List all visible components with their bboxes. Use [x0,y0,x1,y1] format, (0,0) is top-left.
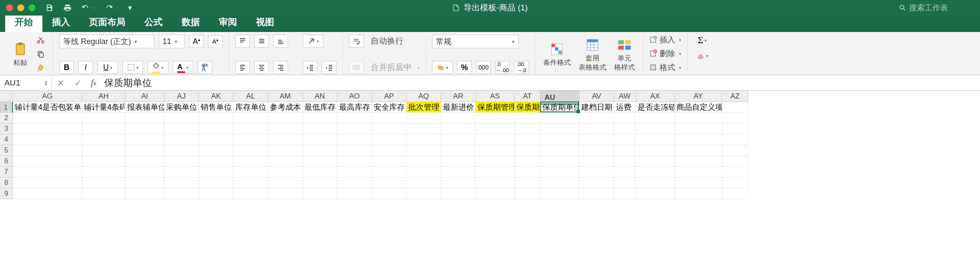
cell-AM1[interactable]: 参考成本 [268,102,303,113]
cell-AM2[interactable] [268,113,303,124]
cell-AX8[interactable] [636,178,675,188]
search-input[interactable] [909,3,974,13]
cell-AK8[interactable] [199,178,234,188]
currency-button[interactable]: ▾ [432,61,453,74]
insert-cells-button[interactable]: 插入▾ [649,35,681,45]
cell-AJ3[interactable] [164,124,199,134]
column-header-AK[interactable]: AK [199,91,234,102]
spreadsheet-grid[interactable]: AGAHAIAJAKALAMANAOAPAQARASATAUAVAWAXAYAZ… [0,91,980,267]
cell-AQ8[interactable] [407,178,441,188]
cell-AI2[interactable] [125,113,164,124]
column-header-AI[interactable]: AI [125,91,164,102]
cell-AP2[interactable] [372,113,407,124]
cell-AU6[interactable] [541,156,580,167]
minimize-window-button[interactable] [17,4,24,11]
cell-AL2[interactable] [234,113,268,124]
cell-AL4[interactable] [234,134,268,145]
close-window-button[interactable] [6,4,13,11]
cell-AI3[interactable] [125,124,164,134]
cell-AU9[interactable] [541,188,580,199]
cell-AY5[interactable] [675,145,722,156]
cell-AG8[interactable] [13,178,82,188]
cell-AT6[interactable] [515,156,541,167]
enter-formula-button[interactable]: ✓ [69,78,86,88]
cell-AZ1[interactable] [722,102,748,113]
column-header-AP[interactable]: AP [372,91,407,102]
cell-AR8[interactable] [441,178,476,188]
cell-AH2[interactable] [82,113,125,124]
paste-button[interactable]: 粘贴 [10,41,30,67]
align-middle-button[interactable] [254,35,269,48]
cell-AT4[interactable] [515,134,541,145]
column-header-AR[interactable]: AR [441,91,476,102]
row-header-8[interactable]: 8 [0,178,13,188]
copy-button[interactable] [35,48,47,60]
cell-AH4[interactable] [82,134,125,145]
cell-AO3[interactable] [337,124,372,134]
cell-AP7[interactable] [372,167,407,178]
underline-button[interactable]: U▾ [97,61,118,74]
cell-AX6[interactable] [636,156,675,167]
italic-button[interactable]: I [78,61,93,74]
cell-AT9[interactable] [515,188,541,199]
cell-AM8[interactable] [268,178,303,188]
fx-icon[interactable]: fx [86,77,101,88]
cell-AK2[interactable] [199,113,234,124]
cell-AP4[interactable] [372,134,407,145]
decrease-font-button[interactable]: A▾ [208,35,223,48]
cell-AO5[interactable] [337,145,372,156]
cell-AW8[interactable] [614,178,636,188]
cell-AX2[interactable] [636,113,675,124]
row-header-2[interactable]: 2 [0,113,13,124]
cell-AQ5[interactable] [407,145,441,156]
cell-AH9[interactable] [82,188,125,199]
align-left-button[interactable] [235,61,250,74]
cell-AG7[interactable] [13,167,82,178]
cell-AN6[interactable] [303,156,337,167]
cell-AO7[interactable] [337,167,372,178]
cell-AU2[interactable] [541,113,580,124]
cell-AR2[interactable] [441,113,476,124]
bold-button[interactable]: B [59,61,74,74]
cell-AT7[interactable] [515,167,541,178]
conditional-format-button[interactable]: 条件格式 [541,41,573,67]
fill-color-button[interactable]: ▾ [147,61,168,74]
cell-AY6[interactable] [675,156,722,167]
cell-AH6[interactable] [82,156,125,167]
cell-AT5[interactable] [515,145,541,156]
align-right-button[interactable] [273,61,288,74]
cell-AG6[interactable] [13,156,82,167]
save-button[interactable] [45,3,54,12]
cell-AS1[interactable]: 保质期管理 [476,102,515,113]
cell-AK9[interactable] [199,188,234,199]
select-all-corner[interactable] [0,91,13,102]
cell-grid[interactable]: 辅计量4是否包装单位辅计量4条码报表辅单位采购单位销售单位库存单位参考成本最低库… [13,102,748,199]
increase-decimal-button[interactable]: .0←.00 [495,61,510,74]
cell-AV6[interactable] [580,156,614,167]
cell-AQ1[interactable]: 批次管理 [407,102,441,113]
column-header-AQ[interactable]: AQ [407,91,441,102]
font-name-select[interactable]: 等线 Regular (正文)▾ [59,35,154,48]
row-header-3[interactable]: 3 [0,124,13,134]
cell-AY3[interactable] [675,124,722,134]
cell-AS9[interactable] [476,188,515,199]
cell-AK5[interactable] [199,145,234,156]
column-header-AO[interactable]: AO [337,91,372,102]
cell-AK3[interactable] [199,124,234,134]
column-header-AJ[interactable]: AJ [164,91,199,102]
qat-customize-button[interactable]: ▾ [128,3,132,13]
cell-AY1[interactable]: 商品自定义项 [675,102,722,113]
cell-AM7[interactable] [268,167,303,178]
cell-AI1[interactable]: 报表辅单位 [125,102,164,113]
cell-AQ2[interactable] [407,113,441,124]
cell-AP1[interactable]: 安全库存 [372,102,407,113]
column-header-AX[interactable]: AX [636,91,675,102]
print-button[interactable] [63,3,72,12]
cell-AJ9[interactable] [164,188,199,199]
decrease-indent-button[interactable] [303,61,317,74]
cell-AL9[interactable] [234,188,268,199]
cell-AY2[interactable] [675,113,722,124]
cell-AH8[interactable] [82,178,125,188]
cell-AZ5[interactable] [722,145,748,156]
search-box[interactable] [899,3,974,13]
